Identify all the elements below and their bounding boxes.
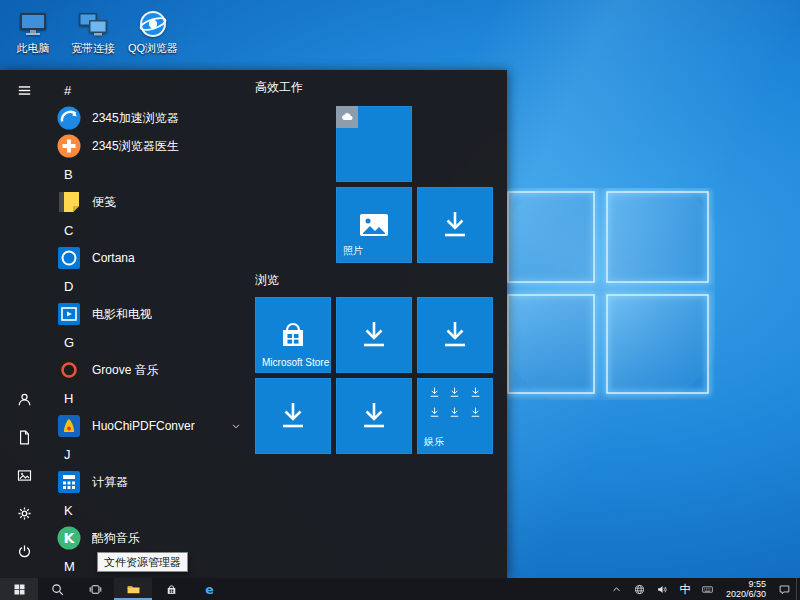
file-explorer-icon <box>126 582 141 597</box>
app-list-item[interactable]: 2345浏览器医生 <box>48 132 255 160</box>
groove-icon <box>56 357 82 383</box>
app-label: 酷狗音乐 <box>92 530 140 547</box>
tile-pending-download-1[interactable] <box>417 187 493 263</box>
this-pc-icon <box>17 8 49 40</box>
app-list-item[interactable]: Cortana <box>48 244 255 272</box>
app-list-header[interactable]: C <box>48 216 255 244</box>
start-rail-pictures-button[interactable] <box>0 456 48 494</box>
taskbar-clock[interactable]: 9:55 2020/6/30 <box>719 578 773 600</box>
start-rail-settings-button[interactable] <box>0 494 48 532</box>
app-label: Cortana <box>92 251 135 265</box>
download-icon <box>255 378 331 454</box>
tile-group-explore: 浏览 Microsoft Store娱乐 <box>255 269 493 454</box>
app-list-header[interactable]: B <box>48 160 255 188</box>
tile-group-title[interactable]: 高效工作 <box>255 76 493 98</box>
download-icon <box>427 405 442 420</box>
huochi-pdf-icon <box>56 413 82 439</box>
tile-onedrive[interactable] <box>336 106 412 182</box>
tile-label: 娱乐 <box>424 435 444 449</box>
taskbar-buttons: e <box>0 578 228 600</box>
app-list-header-label: B <box>64 167 73 182</box>
tile-label: Microsoft Store <box>262 357 329 368</box>
search-button[interactable] <box>38 578 76 600</box>
app-label: 电影和电视 <box>92 306 152 323</box>
app-list-header[interactable]: H <box>48 384 255 412</box>
power-icon <box>16 543 33 560</box>
clock-date: 2020/6/30 <box>726 589 766 599</box>
app-list-header[interactable]: # <box>48 76 255 104</box>
kugou-icon: K <box>56 525 82 551</box>
tile-pending-download-2[interactable] <box>336 297 412 373</box>
search-icon <box>50 582 65 597</box>
desktop-icon-broadband[interactable]: 宽带连接 <box>64 6 122 56</box>
app-label: 2345加速浏览器 <box>92 110 179 127</box>
tile-microsoft-store[interactable]: Microsoft Store <box>255 297 331 373</box>
task-view-button[interactable] <box>76 578 114 600</box>
desktop-icon-qq-browser[interactable]: QQ浏览器 <box>124 6 182 56</box>
ime-mode[interactable]: 中 <box>674 578 696 600</box>
store-button[interactable] <box>152 578 190 600</box>
file-explorer-button[interactable] <box>114 578 152 600</box>
app-label: 计算器 <box>92 474 128 491</box>
app-label: HuoChiPDFConver <box>92 419 195 433</box>
desktop-icon-this-pc[interactable]: 此电脑 <box>4 6 62 56</box>
app-list-item[interactable]: Groove 音乐 <box>48 356 255 384</box>
pictures-icon <box>16 467 33 484</box>
broadband-icon <box>77 8 109 40</box>
app-list-item[interactable]: K酷狗音乐 <box>48 524 255 552</box>
app-list-header[interactable]: G <box>48 328 255 356</box>
tray-expand[interactable] <box>605 578 628 600</box>
app-list-header[interactable]: K <box>48 496 255 524</box>
app-list-header-label: D <box>64 279 73 294</box>
touch-keyboard[interactable] <box>696 578 719 600</box>
app-list-header-label: K <box>64 503 73 518</box>
download-icon <box>417 187 493 263</box>
app-list-item[interactable]: 电影和电视 <box>48 300 255 328</box>
app-list-header[interactable]: D <box>48 272 255 300</box>
show-desktop-button[interactable] <box>796 578 800 600</box>
app-list-item[interactable]: 2345加速浏览器 <box>48 104 255 132</box>
app-list-item[interactable]: 便笺 <box>48 188 255 216</box>
app-list-item[interactable]: HuoChiPDFConver <box>48 412 255 440</box>
app-list-header-label: M <box>64 559 75 574</box>
desktop-icon-label: 此电脑 <box>17 42 50 54</box>
start-rail-power-button[interactable] <box>0 532 48 570</box>
download-icon <box>417 297 493 373</box>
app-list-header[interactable]: J <box>48 440 255 468</box>
svg-text:e: e <box>205 582 213 597</box>
start-menu: #2345加速浏览器2345浏览器医生B便笺CCortanaD电影和电视GGro… <box>0 70 507 578</box>
tile-entertainment-folder[interactable]: 娱乐 <box>417 378 493 454</box>
chevron-down-icon <box>229 419 243 433</box>
tile-grid: Microsoft Store娱乐 <box>255 297 493 454</box>
download-icon <box>468 405 483 420</box>
tile-pending-download-4[interactable] <box>255 378 331 454</box>
tile-pending-download-5[interactable] <box>336 378 412 454</box>
edge-button[interactable]: e <box>190 578 228 600</box>
taskbar: e 中 9:55 2020/6/30 <box>0 578 800 600</box>
start-rail-documents-button[interactable] <box>0 418 48 456</box>
system-tray: 中 9:55 2020/6/30 <box>605 578 800 600</box>
start-app-list: #2345加速浏览器2345浏览器医生B便笺CCortanaD电影和电视GGro… <box>48 70 255 578</box>
tile-group-title[interactable]: 浏览 <box>255 269 493 291</box>
tooltip: 文件资源管理器 <box>97 552 188 572</box>
start-rail-user-button[interactable] <box>0 380 48 418</box>
network-indicator[interactable] <box>628 578 651 600</box>
app-list-header-label: H <box>64 391 73 406</box>
app-list-header-label: C <box>64 223 73 238</box>
tile-photos[interactable]: 照片 <box>336 187 412 263</box>
tray-items: 中 <box>605 578 719 600</box>
download-icon <box>468 385 483 400</box>
volume-icon <box>656 583 669 596</box>
cortana-icon <box>56 245 82 271</box>
volume-indicator[interactable] <box>651 578 674 600</box>
action-center-button[interactable] <box>773 578 796 600</box>
tile-pending-download-3[interactable] <box>417 297 493 373</box>
globe-icon <box>633 583 646 596</box>
movies-tv-icon <box>56 301 82 327</box>
start-rail-menu-button[interactable] <box>0 72 48 108</box>
ime-label: 中 <box>679 582 691 597</box>
download-icon <box>427 385 442 400</box>
app-list-item[interactable]: 计算器 <box>48 468 255 496</box>
sticky-notes-icon <box>56 189 82 215</box>
start-button[interactable] <box>0 578 38 600</box>
